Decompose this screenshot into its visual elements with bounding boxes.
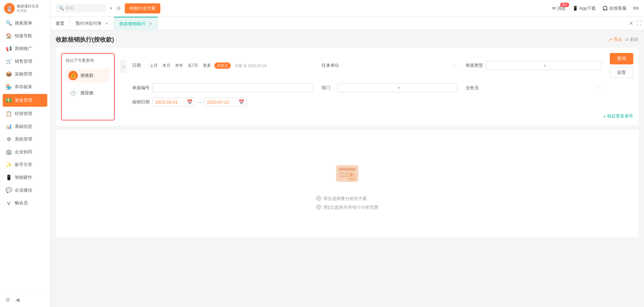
tab-prepay[interactable]: 预付冲应付单 ✕ bbox=[70, 17, 114, 30]
date-nolimit: 不限 至 2023-07-26 bbox=[235, 63, 267, 68]
sidebar-item-7[interactable]: 📋经营管理 bbox=[0, 107, 50, 120]
service-label: 在线客服 bbox=[609, 5, 627, 11]
tip-num-2: 2 bbox=[316, 204, 321, 210]
search-placeholder: 搜索 bbox=[65, 5, 73, 11]
export-button[interactable]: ↗ 导出 bbox=[608, 37, 622, 43]
verify-date-end-input[interactable] bbox=[207, 100, 237, 105]
calendar-start-icon[interactable]: 📅 bbox=[187, 99, 193, 105]
refresh-button[interactable]: ↺ 刷新 bbox=[625, 37, 639, 43]
sidebar-icon-12: 📱 bbox=[5, 174, 12, 181]
doc-type-field: 单据类型 ▾ bbox=[466, 61, 602, 70]
sidebar-item-14[interactable]: V畅会员 bbox=[0, 197, 50, 209]
sidebar-icon-8: 📊 bbox=[5, 123, 12, 130]
query-row-1: 日期 上月 本月 本年 近7天 更多 自定义 不限 至 2023-07-26 bbox=[132, 53, 633, 78]
message-icon: ✉ bbox=[552, 6, 556, 11]
calendar-end-icon[interactable]: 📅 bbox=[238, 99, 244, 105]
sidebar-item-8[interactable]: 📊基础信息 bbox=[0, 120, 50, 133]
counterpart-dots[interactable]: ··· bbox=[452, 62, 458, 69]
filter-option-by-receivable[interactable]: 🕐 按应收 bbox=[66, 86, 110, 100]
sidebar-item-4[interactable]: 📦采购管理 bbox=[0, 68, 50, 81]
filter-option-by-receipt[interactable]: 💰 按收款 bbox=[66, 69, 110, 82]
logo-icon: 🐰 bbox=[4, 3, 15, 14]
sidebar-label-11: 新手引导 bbox=[15, 162, 32, 168]
sidebar-menu: 🔍搜索菜单🏠快捷导航📢营销推广🛒销售管理📦采购管理🏪库存核算💵资金管理📋经营管理… bbox=[0, 17, 50, 292]
user-info[interactable]: Rit bbox=[633, 6, 639, 11]
sidebar-icon-6: 💵 bbox=[5, 97, 12, 103]
empty-tip-2: 2 用[过滤]条件来缩小分析范围 bbox=[316, 204, 378, 210]
date-this-year[interactable]: 本年 bbox=[174, 62, 184, 69]
query-button[interactable]: 查询 bbox=[610, 53, 633, 64]
sidebar-icon-11: ✨ bbox=[5, 162, 12, 168]
doc-type-arrow: ▾ bbox=[544, 63, 598, 68]
tip-text-1: 请先选择要分析的方案 bbox=[323, 196, 367, 202]
search-box[interactable]: 🔍 搜索 bbox=[56, 4, 106, 12]
message-badge: 99+ bbox=[560, 3, 569, 7]
solution-button[interactable]: 体验行业方案 bbox=[125, 3, 160, 13]
close-window-icon[interactable]: ✕ bbox=[629, 20, 633, 27]
sidebar-item-12[interactable]: 📱智能硬件 bbox=[0, 171, 50, 184]
sidebar-item-10[interactable]: 🏢企业协同 bbox=[0, 146, 50, 158]
tabbar: 首页 预付冲应付单 ✕ 收款核销执行 ✕ ✕ ⛶ bbox=[50, 17, 644, 30]
sidebar-item-3[interactable]: 🛒销售管理 bbox=[0, 55, 50, 68]
content-panel: 1 请先选择要分析的方案 2 用[过滤]条件来缩小分析范围 bbox=[56, 130, 639, 237]
collapse-filter-button[interactable]: « bbox=[120, 60, 127, 73]
tab-prepay-label: 预付冲应付单 bbox=[75, 20, 102, 27]
content-area: 收款核销执行(按收款) ↗ 导出 ↺ 刷新 按以下方案查询 💰 按收款 bbox=[50, 30, 644, 307]
sidebar-item-0[interactable]: 🔍搜索菜单 bbox=[0, 17, 50, 30]
sidebar-label-5: 库存核算 bbox=[15, 84, 32, 90]
date-last-7days[interactable]: 近7天 bbox=[186, 62, 200, 69]
dropdown-icon[interactable]: ▾ bbox=[110, 6, 112, 11]
sidebar-label-8: 基础信息 bbox=[15, 123, 32, 130]
svg-rect-1 bbox=[339, 168, 356, 170]
verify-date-range: 📅 — 📅 bbox=[152, 98, 247, 106]
logo-sub: 标准版 bbox=[17, 8, 39, 13]
date-more[interactable]: 更多 bbox=[202, 62, 212, 69]
tab-verify[interactable]: 收款核销执行 ✕ bbox=[114, 17, 158, 30]
search-icon: 🔍 bbox=[59, 6, 64, 11]
date-last-month[interactable]: 上月 bbox=[148, 62, 159, 69]
sidebar-item-13[interactable]: 💬企业微信 bbox=[0, 184, 50, 197]
empty-tips: 1 请先选择要分析的方案 2 用[过滤]条件来缩小分析范围 bbox=[316, 196, 378, 210]
sidebar-icon-1: 🏠 bbox=[5, 33, 12, 39]
dept-selector[interactable]: ▾ bbox=[338, 83, 458, 92]
tab-verify-close[interactable]: ✕ bbox=[149, 21, 152, 26]
online-service-action[interactable]: 🎧 在线客服 bbox=[602, 5, 627, 11]
sidebar-item-5[interactable]: 🏪库存核算 bbox=[0, 81, 50, 93]
sidebar-item-1[interactable]: 🏠快捷导航 bbox=[0, 30, 50, 42]
sidebar-icon-14: V bbox=[5, 200, 12, 206]
page-header: 收款核销执行(按收款) ↗ 导出 ↺ 刷新 bbox=[56, 36, 639, 44]
tab-home[interactable]: 首页 bbox=[50, 17, 70, 30]
app-download-action[interactable]: 📱 App下载 bbox=[573, 5, 596, 11]
message-action[interactable]: ✉ 消息 99+ bbox=[552, 5, 566, 11]
maximize-icon[interactable]: ⛶ bbox=[636, 20, 641, 27]
sidebar: 🐰 畅捷通好生意 标准版 🔍搜索菜单🏠快捷导航📢营销推广🛒销售管理📦采购管理🏪库… bbox=[0, 0, 50, 307]
empty-tip-1: 1 请先选择要分析的方案 bbox=[316, 196, 378, 202]
tip-num-1: 1 bbox=[316, 196, 321, 201]
settings-icon[interactable]: ⚙ bbox=[5, 297, 10, 303]
gear-icon[interactable]: ⚙ bbox=[116, 5, 121, 11]
dept-arrow: ▾ bbox=[398, 85, 454, 90]
doc-no-input[interactable] bbox=[152, 83, 314, 92]
doc-no-field: 单据编号 bbox=[132, 83, 314, 92]
sidebar-icon-5: 🏪 bbox=[5, 84, 12, 90]
collapse-sidebar-icon[interactable]: ◀ bbox=[15, 297, 19, 303]
sidebar-item-9[interactable]: ⚙系统管理 bbox=[0, 133, 50, 146]
date-label: 日期 bbox=[132, 62, 146, 68]
verify-date-start-input[interactable] bbox=[155, 100, 185, 105]
sidebar-bottom: ⚙ ◀ bbox=[0, 292, 50, 307]
settings-button[interactable]: 设置 bbox=[610, 67, 633, 78]
date-custom-badge[interactable]: 自定义 bbox=[214, 62, 231, 69]
svg-point-5 bbox=[350, 173, 353, 176]
sidebar-item-6[interactable]: 💵资金管理 bbox=[3, 94, 47, 107]
date-this-month[interactable]: 本月 bbox=[161, 62, 172, 69]
sidebar-item-2[interactable]: 📢营销推广 bbox=[0, 42, 50, 55]
sidebar-icon-9: ⚙ bbox=[5, 136, 12, 142]
verify-date-start-wrapper: 📅 bbox=[152, 98, 196, 106]
staff-field: 业务员 ··· bbox=[466, 84, 602, 91]
staff-dots[interactable]: ··· bbox=[597, 84, 602, 91]
doc-type-selector[interactable]: ▾ bbox=[486, 61, 602, 70]
collapse-more-btn[interactable]: « 收起更多条件 bbox=[132, 112, 633, 120]
service-icon: 🎧 bbox=[602, 6, 608, 11]
tab-prepay-close[interactable]: ✕ bbox=[105, 21, 108, 26]
sidebar-item-11[interactable]: ✨新手引导 bbox=[0, 158, 50, 171]
